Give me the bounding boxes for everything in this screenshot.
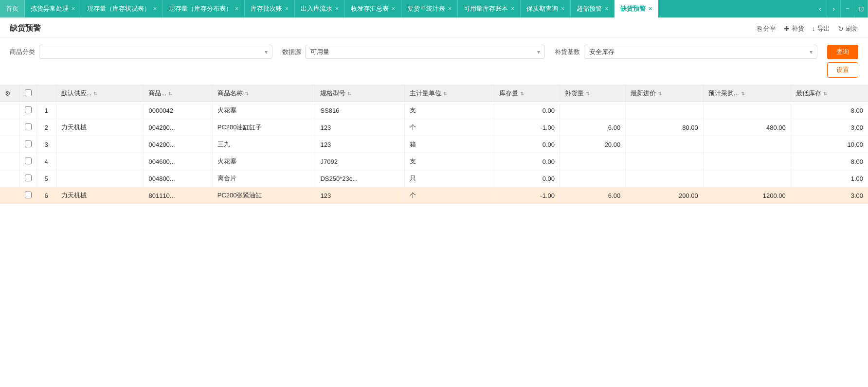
col-estimated-purchase[interactable]: 预计采购... ⇅ [703, 85, 791, 102]
tab-bar: 首页 拣货异常处理 × 现存量（库存状况表） × 现存量（库存分布表） × 库存… [0, 0, 868, 18]
sort-spec-icon: ⇅ [347, 91, 351, 96]
tab-9[interactable]: 保质期查询 × [521, 0, 571, 18]
refresh-button[interactable]: ↻ 刷新 [838, 24, 858, 33]
row-num-4: 5 [36, 170, 56, 187]
tab-next-button[interactable]: › [827, 0, 841, 18]
tab-close-7[interactable]: × [448, 5, 452, 12]
tab-8[interactable]: 可用量库存账本 × [458, 0, 521, 18]
row-select-checkbox-2[interactable] [25, 141, 32, 147]
row-product-name-2: 三九 [212, 136, 315, 153]
category-select[interactable] [39, 45, 272, 59]
tab-close-6[interactable]: × [392, 5, 395, 12]
row-num-0: 1 [36, 102, 56, 119]
row-stock-qty-0: 0.00 [494, 102, 560, 119]
row-product-name-3: 火花塞 [212, 153, 315, 170]
col-default-supplier[interactable]: 默认供应... ⇅ [56, 85, 144, 102]
gear-icon: ⚙ [5, 90, 11, 97]
row-replenish-qty-2: 20.00 [560, 136, 625, 153]
tab-close-5[interactable]: × [335, 5, 339, 12]
row-gear-4 [0, 170, 19, 187]
tab-close-4[interactable]: × [285, 5, 289, 12]
row-select-checkbox-5[interactable] [25, 192, 32, 198]
col-min-stock[interactable]: 最低库存 ⇅ [791, 85, 868, 102]
settings-button[interactable]: 设置 [827, 62, 858, 78]
row-est-purchase-2 [703, 136, 791, 153]
row-supplier-3 [56, 153, 144, 170]
refresh-icon: ↻ [838, 25, 844, 33]
row-latest-price-5: 200.00 [626, 187, 704, 204]
table-row: 6 力天机械 801110... PC200张紧油缸 123 个 -1.00 6… [0, 187, 868, 204]
category-label: 商品分类 [10, 48, 35, 56]
col-latest-price[interactable]: 最新进价 ⇅ [626, 85, 704, 102]
tab-close-9[interactable]: × [561, 5, 564, 12]
tab-prev-button[interactable]: ‹ [814, 0, 827, 18]
col-unit[interactable]: 主计量单位 ⇅ [404, 85, 494, 102]
datasource-select-wrap: 可用量 库存量 ▾ [305, 45, 545, 59]
col-spec[interactable]: 规格型号 ⇅ [315, 85, 404, 102]
col-stock-qty[interactable]: 库存量 ⇅ [494, 85, 560, 102]
replenish-button[interactable]: ✚ 补货 [784, 24, 804, 33]
row-product-code-3: 004600... [144, 153, 212, 170]
row-num-1: 2 [36, 119, 56, 136]
col-product-name[interactable]: 商品名称 ⇅ [212, 85, 315, 102]
replenish-icon: ✚ [784, 25, 790, 33]
replenish-base-filter-group: 补货基数 安全库存 最低库存 ▾ [555, 45, 817, 59]
query-button[interactable]: 查询 [827, 45, 858, 59]
row-est-purchase-3 [703, 153, 791, 170]
tab-close-3[interactable]: × [235, 5, 238, 12]
filter-bar: 商品分类 ▾ 数据源 可用量 库存量 ▾ 补货基数 安全库 [0, 38, 868, 85]
row-spec-0: SS816 [315, 102, 404, 119]
col-replenish-qty[interactable]: 补货量 ⇅ [560, 85, 625, 102]
filter-actions: 查询 设置 [827, 45, 858, 78]
tab-navigation: ‹ › － ⊡ [814, 0, 868, 18]
row-select-checkbox-1[interactable] [25, 123, 32, 130]
tab-1[interactable]: 拣货异常处理 × [25, 0, 81, 18]
tab-maximize-button[interactable]: ⊡ [854, 0, 868, 18]
row-unit-2: 箱 [404, 136, 494, 153]
row-replenish-qty-1: 6.00 [560, 119, 625, 136]
tab-close-11[interactable]: × [649, 5, 652, 12]
share-button[interactable]: ⎘ 分享 [758, 24, 776, 33]
col-product-code[interactable]: 商品... ⇅ [144, 85, 212, 102]
tab-close-10[interactable]: × [605, 5, 608, 12]
tab-minimize-button[interactable]: － [841, 0, 854, 18]
row-unit-3: 支 [404, 153, 494, 170]
replenish-base-select[interactable]: 安全库存 最低库存 [584, 45, 817, 59]
row-min-stock-2: 10.00 [791, 136, 868, 153]
tab-11[interactable]: 缺货预警 × [615, 0, 658, 18]
export-button[interactable]: ↓ 导出 [812, 24, 830, 33]
row-select-checkbox-0[interactable] [25, 106, 32, 113]
tab-6[interactable]: 收发存汇总表 × [345, 0, 401, 18]
category-select-wrap: ▾ [39, 45, 272, 59]
row-select-checkbox-3[interactable] [25, 158, 32, 164]
sort-stock-icon: ⇅ [520, 91, 524, 96]
row-replenish-qty-3 [560, 153, 625, 170]
page-title: 缺货预警 [10, 23, 41, 34]
datasource-select[interactable]: 可用量 库存量 [305, 45, 545, 59]
row-select-checkbox-4[interactable] [25, 175, 32, 181]
row-checkbox-2 [19, 136, 36, 153]
tab-home[interactable]: 首页 [0, 0, 25, 18]
data-table: ⚙ 默认供应... ⇅ 商品... [0, 85, 868, 204]
sort-product-code-icon: ⇅ [168, 91, 172, 96]
row-unit-5: 个 [404, 187, 494, 204]
row-unit-0: 支 [404, 102, 494, 119]
row-supplier-1: 力天机械 [56, 119, 144, 136]
row-supplier-2 [56, 136, 144, 153]
tab-10[interactable]: 超储预警 × [571, 0, 615, 18]
tab-5[interactable]: 出入库流水 × [295, 0, 345, 18]
tab-2[interactable]: 现存量（库存状况表） × [81, 0, 163, 18]
tab-3[interactable]: 现存量（库存分布表） × [163, 0, 245, 18]
tab-close-8[interactable]: × [511, 5, 514, 12]
row-product-name-4: 离合片 [212, 170, 315, 187]
row-stock-qty-3: 0.00 [494, 153, 560, 170]
tab-close-2[interactable]: × [153, 5, 157, 12]
row-supplier-4 [56, 170, 144, 187]
tab-7[interactable]: 要货单统计表 × [401, 0, 458, 18]
tab-close-1[interactable]: × [72, 5, 75, 12]
col-settings[interactable]: ⚙ [0, 85, 19, 102]
select-all-checkbox[interactable] [25, 89, 32, 96]
tab-4[interactable]: 库存批次账 × [245, 0, 295, 18]
row-latest-price-2 [626, 136, 704, 153]
row-latest-price-0 [626, 102, 704, 119]
